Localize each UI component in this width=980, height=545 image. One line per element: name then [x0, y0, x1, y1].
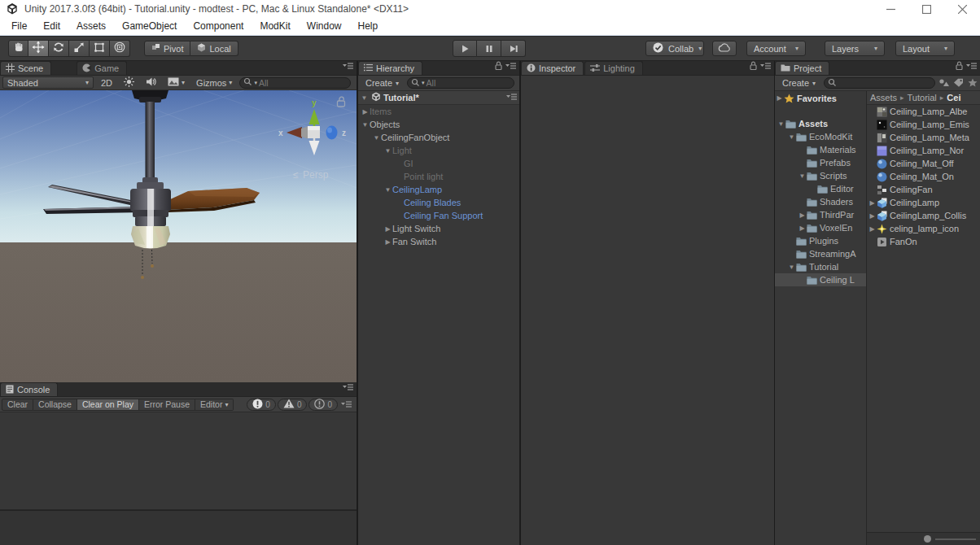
pane-menu-icon[interactable] — [966, 59, 977, 73]
console-warning-count[interactable]: 0 — [278, 399, 308, 411]
close-button[interactable] — [944, 0, 980, 18]
collab-dropdown[interactable]: Collab ▾ — [645, 41, 704, 56]
breadcrumb-segment[interactable]: Assets — [870, 93, 897, 102]
project-file-row[interactable]: Ceiling_Lamp_Nor — [867, 144, 980, 157]
hierarchy-search-input[interactable]: ▾ All — [407, 77, 514, 89]
tab-lighting[interactable]: Lighting — [584, 61, 643, 75]
favorites-star-icon[interactable] — [968, 76, 978, 90]
hierarchy-row[interactable]: ▼CeilingFanObject — [358, 131, 519, 144]
project-tree-row[interactable]: ▼Tutorial — [775, 260, 866, 273]
pane-menu-icon[interactable] — [505, 59, 516, 73]
project-tree-row[interactable]: ▼Assets — [775, 117, 866, 130]
pane-menu-icon[interactable] — [341, 397, 352, 412]
project-tree-row[interactable]: Ceiling L — [775, 273, 866, 286]
menu-gameobject[interactable]: GameObject — [114, 18, 185, 35]
expander-icon[interactable]: ▼ — [372, 134, 381, 142]
project-create-button[interactable]: Create▾ — [777, 78, 820, 88]
tab-console[interactable]: Console — [0, 382, 58, 396]
projection-label[interactable]: Persp — [303, 169, 329, 181]
project-tree-row[interactable]: Materials — [775, 143, 866, 156]
search-by-label-icon[interactable] — [953, 76, 964, 90]
project-file-row[interactable]: Ceiling_Lamp_Emis — [867, 118, 980, 131]
hierarchy-row[interactable]: Ceiling Fan Support — [358, 209, 519, 222]
move-tool[interactable] — [28, 40, 49, 57]
favorites-section[interactable]: ▶ Favorites — [775, 91, 866, 105]
project-file-row[interactable]: Ceiling_Mat_Off — [867, 157, 980, 170]
project-tree-row[interactable]: Plugins — [775, 234, 866, 247]
project-tree-row[interactable]: ▼EcoModKit — [775, 130, 866, 143]
play-button[interactable] — [453, 40, 477, 57]
scene-search-input[interactable]: ▾ All — [239, 77, 351, 89]
lock-icon[interactable] — [495, 59, 502, 73]
project-file-row[interactable]: Ceiling_Mat_On — [867, 170, 980, 183]
expander-icon[interactable]: ▶ — [383, 225, 392, 233]
expander-icon[interactable]: ▶ — [798, 211, 807, 219]
pane-menu-icon[interactable] — [343, 380, 353, 395]
expander-icon[interactable]: ▶ — [361, 108, 370, 116]
account-dropdown[interactable]: Account ▾ — [746, 41, 806, 56]
expander-icon[interactable]: ▶ — [798, 225, 807, 232]
project-file-row[interactable]: Ceiling_Lamp_Albe — [867, 105, 980, 118]
project-file-row[interactable]: ▶CeilingLamp_Collis — [867, 209, 980, 222]
hierarchy-row[interactable]: ▼CeilingLamp — [358, 183, 519, 196]
breadcrumb-segment[interactable]: Tutorial — [908, 93, 937, 102]
project-file-row[interactable]: ▶celing_lamp_icon — [867, 222, 980, 235]
console-log-list[interactable] — [0, 412, 357, 509]
hierarchy-create-button[interactable]: Create▾ — [361, 78, 404, 88]
layers-dropdown[interactable]: Layers ▾ — [825, 41, 885, 56]
expander-icon[interactable]: ▼ — [360, 94, 369, 102]
expander-icon[interactable]: ▶ — [868, 225, 877, 233]
menu-edit[interactable]: Edit — [35, 18, 68, 35]
menu-assets[interactable]: Assets — [68, 18, 114, 35]
pane-menu-icon[interactable] — [506, 93, 517, 102]
hierarchy-row[interactable]: ▶Light Switch — [358, 222, 519, 235]
tab-project[interactable]: Project — [775, 61, 829, 75]
pane-menu-icon[interactable] — [760, 59, 771, 73]
tab-game[interactable]: Game — [77, 61, 127, 75]
menu-modkit[interactable]: ModKit — [252, 18, 298, 35]
expander-icon[interactable]: ▶ — [383, 238, 392, 246]
hand-tool[interactable] — [8, 40, 28, 57]
project-tree-row[interactable]: StreamingA — [775, 247, 866, 260]
minimize-button[interactable] — [873, 0, 908, 18]
hierarchy-row[interactable]: ▼Light — [358, 144, 519, 157]
scale-tool[interactable] — [69, 40, 90, 57]
expander-icon[interactable]: ▶ — [775, 94, 784, 102]
maximize-button[interactable] — [908, 0, 944, 18]
hierarchy-row[interactable]: ▶Items — [358, 105, 519, 118]
project-tree-row[interactable]: Prefabs — [775, 156, 866, 169]
console-editor-button[interactable]: Editor▾ — [195, 399, 234, 411]
transform-tool[interactable] — [110, 40, 130, 57]
project-tree-row[interactable]: ▼Scripts — [775, 169, 866, 182]
project-tree-row[interactable]: Shaders — [775, 195, 866, 208]
expander-icon[interactable]: ▶ — [868, 212, 877, 220]
lock-icon[interactable] — [956, 59, 963, 73]
icon-size-slider[interactable] — [924, 535, 931, 543]
hierarchy-scene-header[interactable]: ▼ Tutorial* — [358, 91, 519, 105]
hierarchy-row[interactable]: Ceiling Blades — [358, 196, 519, 209]
tab-hierarchy[interactable]: Hierarchy — [358, 61, 422, 75]
tab-scene[interactable]: Scene — [0, 61, 51, 75]
project-file-row[interactable]: CeilingFan — [867, 183, 980, 196]
toggle-2d-button[interactable]: 2D — [97, 76, 116, 89]
expander-icon[interactable]: ▶ — [868, 199, 877, 207]
lock-icon[interactable] — [750, 59, 757, 73]
hierarchy-row[interactable]: ▶Fan Switch — [358, 235, 519, 248]
scene-lighting-toggle[interactable] — [120, 76, 138, 89]
project-file-row[interactable]: FanOn — [867, 235, 980, 248]
hierarchy-row[interactable]: GI — [358, 157, 519, 170]
project-file-row[interactable]: Ceiling_Lamp_Meta — [867, 131, 980, 144]
layout-dropdown[interactable]: Layout ▾ — [895, 41, 955, 56]
expander-icon[interactable]: ▼ — [383, 186, 392, 194]
local-button[interactable]: Local — [190, 41, 238, 56]
console-error-pause-button[interactable]: Error Pause — [139, 399, 195, 411]
tab-inspector[interactable]: Inspector — [521, 61, 584, 75]
expander-icon[interactable]: ▼ — [777, 120, 785, 128]
project-tree-row[interactable]: Editor — [775, 182, 866, 195]
pivot-button[interactable]: Pivot — [144, 41, 190, 56]
expander-icon[interactable]: ▼ — [383, 147, 392, 155]
icon-size-slider-track[interactable] — [935, 538, 976, 540]
scene-view[interactable]: y x z ≤ Persp — [0, 90, 357, 382]
console-collapse-button[interactable]: Collapse — [33, 399, 77, 411]
hierarchy-row[interactable]: Point light — [358, 170, 519, 183]
